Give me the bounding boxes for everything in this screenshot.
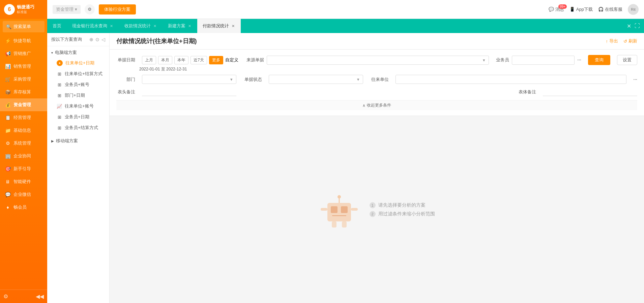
sidebar-item-label: 采购管理 (13, 76, 31, 82)
partner-input[interactable] (396, 75, 626, 84)
sidebar-item-inventory[interactable]: 📦 库存核算 (0, 86, 47, 98)
hint-1-text: 请先选择要分析的方案 (378, 202, 426, 208)
table-icon: ⊞ (57, 71, 62, 77)
sidebar-item-guide[interactable]: 🎯 新手引导 (0, 162, 47, 175)
tab-receipt-stats[interactable]: 收款情况统计 ✕ (119, 19, 163, 33)
filter-area: 单据日期 上月 本月 本年 近7天 更多 自定义 来源单据 ▾ (110, 50, 644, 116)
tab-home[interactable]: 首页 (47, 19, 67, 33)
sidebar-item-wechat[interactable]: 💬 企业微信 (0, 188, 47, 201)
sidebar-item-basic[interactable]: 📁 基础信息 (0, 124, 47, 137)
tab-new-scheme-close[interactable]: ✕ (187, 23, 192, 29)
search-menu[interactable]: 🔍 搜索菜单 (3, 21, 45, 32)
scheme-item-staff-date[interactable]: ⊞ 业务员+日期 (47, 112, 109, 122)
scheme-group-mobile-title[interactable]: ▶ 移动端方案 (47, 136, 109, 146)
sidebar-nav: ⚡ 快捷导航 📢 营销推广 📊 销售管理 🛒 采购管理 📦 库存核算 💰 资金管… (0, 34, 47, 290)
export-label: 导出 (609, 38, 618, 44)
body-note-input[interactable] (543, 88, 637, 96)
collapse-scheme-icon[interactable]: ◁ (101, 37, 105, 42)
topbar-settings-btn[interactable]: ⚙ (85, 4, 95, 14)
scheme-item-partner-date[interactable]: ● 往来单位+日期 (47, 58, 109, 68)
date-options: 上月 本月 本年 近7天 更多 自定义 (142, 56, 238, 64)
doc-status-arrow-icon: ▾ (357, 77, 359, 82)
scheme-header: 按以下方案查询 ⊕ ⊙ ◁ (47, 33, 109, 46)
scheme-group-desktop-title[interactable]: ▾ 电脑端方案 (47, 48, 109, 58)
tab-bank-flow-close[interactable]: ✕ (109, 23, 114, 29)
sidebar-item-label: 企业微信 (13, 191, 31, 198)
empty-hint-2: 2 用过滤条件来缩小分析范围 (370, 211, 435, 217)
doc-status-select[interactable]: ▾ (269, 75, 363, 84)
filter-row-1: 单据日期 上月 本月 本年 近7天 更多 自定义 来源单据 ▾ (116, 55, 637, 65)
add-scheme-icon[interactable]: ⊕ (89, 37, 93, 42)
sidebar-item-operation[interactable]: 📋 经营管理 (0, 111, 47, 124)
sidebar-item-label: 企业协同 (13, 153, 31, 159)
query-btn[interactable]: 查询 (588, 55, 610, 65)
sales-icon: 📊 (5, 63, 11, 69)
export-btn[interactable]: ↑ 导出 (606, 38, 618, 44)
user-avatar[interactable]: Rit (628, 4, 639, 15)
sidebar-item-system[interactable]: ⚙ 系统管理 (0, 137, 47, 150)
tab-bank-flow[interactable]: 现金银行流水查询 ✕ (67, 19, 119, 33)
member-icon: ♦ (5, 204, 11, 210)
date-last-7-days[interactable]: 近7天 (191, 56, 207, 64)
tab-payment-stats-close[interactable]: ✕ (231, 23, 235, 29)
settings-btn[interactable]: 设置 (617, 55, 637, 65)
source-doc-select[interactable]: ▾ (267, 56, 489, 65)
app-download[interactable]: 📱 App下载 (569, 6, 593, 12)
online-service[interactable]: 🎧 在线客服 (598, 6, 622, 12)
dept-select[interactable]: ▾ (142, 75, 236, 84)
collapse-sidebar-icon[interactable]: ◀◀ (36, 293, 44, 300)
tab-receipt-stats-close[interactable]: ✕ (153, 23, 157, 29)
page-header-actions: ↑ 导出 ↺ 刷新 (606, 38, 638, 44)
partner-more-icon[interactable]: ··· (633, 77, 637, 82)
scheme-panel: 按以下方案查询 ⊕ ⊙ ◁ ▾ 电脑端方案 ● 往来单位+日期 ⊞ (47, 33, 110, 303)
date-this-month[interactable]: 本月 (158, 56, 172, 64)
scheme-item-label: 往来单位+账号 (65, 103, 94, 109)
empty-illustration (319, 189, 359, 230)
scheme-item-label: 部门+日期 (65, 92, 85, 98)
topbar: 资金管理 ▾ ⚙ 体验行业方案 💬 消息 99+ 📱 App下载 🎧 在线客服 … (47, 0, 644, 19)
settings-bottom-icon[interactable]: ⚙ (3, 293, 8, 300)
trial-btn[interactable]: 体验行业方案 (99, 4, 136, 14)
tab-payment-stats[interactable]: 付款情况统计 ✕ (197, 19, 241, 33)
sidebar-item-purchase[interactable]: 🛒 采购管理 (0, 73, 47, 86)
desktop-group-arrow: ▾ (51, 51, 53, 55)
tab-close-all-icon[interactable]: ✕ (627, 23, 631, 29)
collapse-btn[interactable]: ∧ 收起更多条件 (116, 100, 637, 110)
refresh-btn[interactable]: ↺ 刷新 (623, 38, 637, 44)
scheme-item-partner-account[interactable]: 📈 往来单位+账号 (47, 101, 109, 112)
breadcrumb[interactable]: 资金管理 ▾ (53, 5, 81, 14)
staff-more-icon[interactable]: ··· (577, 57, 581, 63)
dept-arrow-icon: ▾ (230, 77, 233, 82)
sidebar-item-quick-nav[interactable]: ⚡ 快捷导航 (0, 34, 47, 47)
settings-scheme-icon[interactable]: ⊙ (95, 37, 99, 42)
filter-row-2: 部门 ▾ 单据状态 ▾ 往来单位 ··· (116, 75, 637, 84)
scheme-item-label: 业务员+账号 (65, 82, 89, 88)
tab-home-label: 首页 (53, 23, 61, 29)
date-last-month[interactable]: 上月 (142, 56, 156, 64)
scheme-item-partner-settlement[interactable]: ⊞ 往来单位+结算方式 (47, 68, 109, 79)
date-more[interactable]: 更多 (209, 56, 223, 64)
scheme-item-staff-account[interactable]: ⊞ 业务员+账号 (47, 79, 109, 90)
sidebar-item-member[interactable]: ♦ 畅会员 (0, 201, 47, 214)
sidebar-item-sales[interactable]: 📊 销售管理 (0, 60, 47, 73)
page-header: 付款情况统计(往来单位+日期) ↑ 导出 ↺ 刷新 (110, 33, 644, 50)
sidebar-item-hardware[interactable]: 🖥 智能硬件 (0, 175, 47, 188)
header-note-input[interactable] (142, 88, 236, 96)
desktop-group-label: 电脑端方案 (55, 50, 77, 56)
date-this-year[interactable]: 本年 (174, 56, 188, 64)
notifications[interactable]: 💬 消息 99+ (549, 6, 564, 12)
topbar-right: 💬 消息 99+ 📱 App下载 🎧 在线客服 Rit (549, 4, 639, 15)
sidebar-item-fund[interactable]: 💰 资金管理 (0, 98, 47, 111)
svg-rect-6 (321, 208, 327, 211)
tab-new-scheme[interactable]: 新建方案 ✕ (163, 19, 197, 33)
tab-maximize-icon[interactable]: ⛶ (635, 23, 640, 29)
sidebar-item-marketing[interactable]: 📢 营销推广 (0, 47, 47, 60)
sidebar-item-label: 智能硬件 (13, 179, 31, 185)
scheme-item-staff-settlement[interactable]: ⊞ 业务员+结算方式 (47, 122, 109, 133)
sidebar-logo: 6 畅捷通巧 标准版 (0, 0, 47, 19)
corp-icon: 🏢 (5, 153, 11, 159)
tabbar-actions: ✕ ⛶ (623, 19, 644, 33)
scheme-item-dept-date[interactable]: ⊞ 部门+日期 (47, 90, 109, 101)
staff-input[interactable] (512, 56, 575, 65)
sidebar-item-corp[interactable]: 🏢 企业协同 (0, 150, 47, 162)
